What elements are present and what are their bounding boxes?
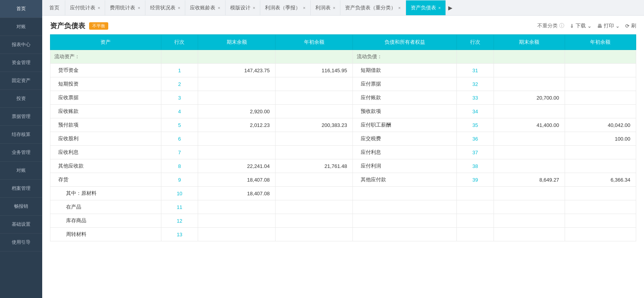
right-name-8: 其他应付款 [353, 173, 457, 187]
download-button[interactable]: ⇓ 下载 ⌄ [570, 22, 592, 29]
tab-close-6[interactable]: × [303, 5, 305, 10]
left-end-1 [198, 77, 275, 91]
tab-5[interactable]: 模版设计× [225, 0, 260, 15]
left-end-10 [198, 200, 275, 214]
col-liability: 负债和所有者权益 [353, 35, 457, 50]
table-row: 库存商品 12 [50, 214, 636, 228]
right-num-5: 36 [457, 132, 494, 146]
left-name-10: 在产品 [50, 200, 161, 214]
table-row: 在产品 11 [50, 200, 636, 214]
sidebar-item-12[interactable]: 基础设置 [0, 216, 42, 234]
right-year-8: 6,366.34 [565, 173, 636, 187]
tab-close-7[interactable]: × [333, 5, 335, 10]
left-year-5 [275, 132, 353, 146]
right-name-2: 应付账款 [353, 91, 457, 105]
left-name-0: 货币资金 [50, 64, 161, 77]
sidebar-item-6[interactable]: 票据管理 [0, 108, 42, 126]
col-row-num-left: 行次 [161, 35, 198, 50]
tab-2[interactable]: 费用统计表× [105, 0, 145, 15]
print-chevron-icon: ⌄ [615, 23, 620, 29]
refresh-icon: ⟳ [625, 23, 630, 29]
sidebar-item-1[interactable]: 对账 [0, 18, 42, 36]
right-year-9 [565, 187, 636, 200]
left-year-6 [275, 146, 353, 159]
tab-6[interactable]: 利润表（季报）× [260, 0, 310, 15]
tab-close-8[interactable]: × [398, 5, 401, 10]
print-button[interactable]: 🖶 打印 ⌄ [597, 22, 620, 29]
right-name-3: 预收款项 [353, 105, 457, 118]
right-end-4: 41,400.00 [494, 118, 565, 132]
tab-home[interactable]: 首页 [44, 0, 65, 15]
left-year-10 [275, 200, 353, 214]
section-empty-3 [275, 50, 353, 64]
download-icon: ⇓ [570, 23, 574, 29]
sidebar-item-8[interactable]: 业务管理 [0, 144, 42, 162]
right-end-6 [494, 146, 565, 159]
sidebar-item-11[interactable]: 畅报销 [0, 198, 42, 216]
refresh-button[interactable]: ⟳ 刷 [625, 22, 636, 29]
col-asset: 资产 [50, 35, 161, 50]
sidebar-item-10[interactable]: 档案管理 [0, 180, 42, 198]
sidebar-item-2[interactable]: 报表中心 [0, 36, 42, 54]
sidebar-item-7[interactable]: 结存核算 [0, 126, 42, 144]
sidebar-item-0[interactable]: 首页 [0, 0, 42, 18]
col-year-start-left: 年初余额 [275, 35, 353, 50]
tab-bar: 首页应付统计表×费用统计表×经营状况表×应收账龄表×模版设计×利润表（季报）×利… [42, 0, 644, 16]
sidebar-item-9[interactable]: 对账 [0, 162, 42, 180]
left-num-7: 8 [161, 159, 198, 173]
sidebar-item-13[interactable]: 使用引导 [0, 234, 42, 252]
col-end-balance-right: 期末余额 [494, 35, 565, 50]
tab-close-3[interactable]: × [178, 5, 180, 10]
right-num-6: 37 [457, 146, 494, 159]
section-right-label: 流动负债： [353, 50, 457, 64]
tab-close-1[interactable]: × [98, 5, 100, 10]
help-icon: ⓘ [559, 22, 564, 29]
right-name-5: 应交税费 [353, 132, 457, 146]
tab-close-5[interactable]: × [253, 5, 255, 10]
table-wrapper: 资产 行次 期末余额 年初余额 负债和所有者权益 行次 期末余额 年初余额 流动… [42, 34, 644, 249]
left-end-2 [198, 91, 275, 105]
sidebar: 首页对账报表中心资金管理固定资产投资票据管理结存核算业务管理对账档案管理畅报销基… [0, 0, 42, 298]
tab-7[interactable]: 利润表× [311, 0, 340, 15]
tab-4[interactable]: 应收账龄表× [185, 0, 225, 15]
right-num-2: 33 [457, 91, 494, 105]
right-end-7 [494, 159, 565, 173]
no-reclassify-option[interactable]: 不重分类 ⓘ [537, 22, 564, 29]
left-name-6: 应收利息 [50, 146, 161, 159]
left-year-3 [275, 105, 353, 118]
tab-close-9[interactable]: × [438, 5, 441, 10]
right-num-7: 38 [457, 159, 494, 173]
right-end-8: 8,649.27 [494, 173, 565, 187]
left-year-2 [275, 91, 353, 105]
left-end-9: 18,407.08 [198, 187, 275, 200]
right-year-4: 40,042.00 [565, 118, 636, 132]
left-year-4: 200,383.23 [275, 118, 353, 132]
sidebar-item-5[interactable]: 投资 [0, 90, 42, 108]
left-num-10: 11 [161, 200, 198, 214]
right-end-10 [494, 200, 565, 214]
tab-9[interactable]: 资产负债表× [406, 0, 446, 15]
left-name-12: 周转材料 [50, 228, 161, 241]
left-year-1 [275, 77, 353, 91]
right-num-1: 32 [457, 77, 494, 91]
sidebar-item-4[interactable]: 固定资产 [0, 72, 42, 90]
left-end-7: 22,241.04 [198, 159, 275, 173]
table-row: 短期投资 2 应付票据 32 [50, 77, 636, 91]
tab-close-2[interactable]: × [138, 5, 140, 10]
page-title: 资产负债表 [50, 21, 85, 30]
table-row: 周转材料 13 [50, 228, 636, 241]
right-num-9 [457, 187, 494, 200]
left-end-6 [198, 146, 275, 159]
tab-1[interactable]: 应付统计表× [65, 0, 105, 15]
tab-8[interactable]: 资产负债表（重分类）× [340, 0, 406, 15]
tab-scroll-arrow[interactable]: ▶ [446, 5, 455, 11]
tab-3[interactable]: 经营状况表× [145, 0, 185, 15]
right-year-1 [565, 77, 636, 91]
left-num-3: 4 [161, 105, 198, 118]
tab-close-4[interactable]: × [218, 5, 220, 10]
header-actions: 不重分类 ⓘ ⇓ 下载 ⌄ 🖶 打印 ⌄ ⟳ 刷 [537, 22, 636, 29]
sidebar-item-3[interactable]: 资金管理 [0, 54, 42, 72]
left-name-4: 预付款项 [50, 118, 161, 132]
left-name-7: 其他应收款 [50, 159, 161, 173]
col-year-start-right: 年初余额 [565, 35, 636, 50]
